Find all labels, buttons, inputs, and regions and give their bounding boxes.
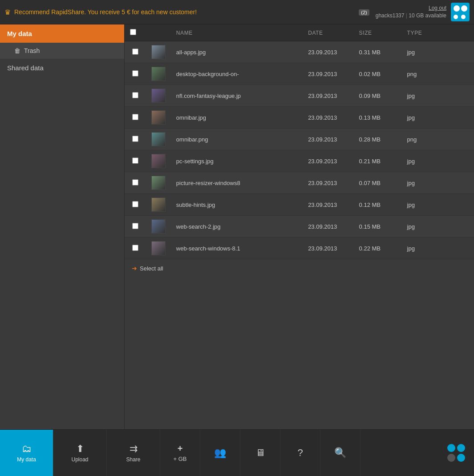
logout-link[interactable]: Log out [429,5,446,11]
row-checkbox-cell [125,129,146,150]
storage-info: 10 GB available [409,12,446,19]
file-checkbox[interactable] [132,157,138,164]
notification-badge[interactable]: (2) [359,9,369,16]
file-type-cell: jpg [402,238,443,259]
shared-data-label: Shared data [7,64,44,72]
main-layout: My data 🗑 Trash Shared data NAME DATE SI… [0,24,474,429]
table-row: web-search-2.jpg23.09.20130.15 MBjpg [125,216,474,238]
upload-toolbar-label: Upload [71,456,88,463]
table-row: subtle-hints.jpg23.09.20130.12 MBjpg [125,194,474,216]
table-row: omnibar.png23.09.20130.28 MBpng [125,129,474,150]
help-icon: ? [297,447,303,459]
file-checkbox[interactable] [132,245,138,251]
select-all-row[interactable]: ➜ Select all [125,259,474,277]
select-all-header-checkbox[interactable] [130,29,136,35]
my-data-button[interactable]: My data [0,24,124,43]
file-type-cell: png [402,63,443,85]
file-actions-cell [443,216,474,238]
table-row: web-search-windows-8.123.09.20130.22 MBj… [125,238,474,259]
table-row: pc-settings.jpg23.09.20130.21 MBjpg [125,150,474,172]
tb-logo-dot-1 [447,444,455,452]
contacts-toolbar-button[interactable]: 👥 [200,430,240,476]
upload-toolbar-button[interactable]: ⬆ Upload [53,430,107,476]
file-name-cell[interactable]: web-search-2.jpg [171,216,303,238]
file-checkbox[interactable] [132,48,138,55]
add-gb-icon: + [178,444,183,454]
file-name-cell[interactable]: picture-resizer-windows8 [171,172,303,194]
file-name-cell[interactable]: all-apps.jpg [171,41,303,63]
th-thumb [146,24,171,41]
file-thumb-cell [146,85,171,107]
file-date-cell: 23.09.2013 [303,150,353,172]
bottom-toolbar: 🗂 My data ⬆ Upload ⇉ Share + + GB 👥 🖥 ? … [0,429,474,476]
table-row: desktop-background-on-23.09.20130.02 MBp… [125,63,474,85]
row-checkbox-cell [125,41,146,63]
file-type-cell: jpg [402,107,443,129]
file-name-cell[interactable]: desktop-background-on- [171,63,303,85]
top-right: (2) Log out ghacks1337 | 10 GB available [359,3,470,21]
file-actions-cell [443,194,474,216]
row-checkbox-cell [125,63,146,85]
file-name-cell[interactable]: omnibar.jpg [171,107,303,129]
th-date: DATE [303,24,353,41]
share-toolbar-label: Share [126,456,140,463]
shared-data-button[interactable]: Shared data [0,59,124,77]
my-data-toolbar-button[interactable]: 🗂 My data [0,430,53,476]
file-actions-cell [443,85,474,107]
file-size-cell: 0.09 MB [354,85,402,107]
file-date-cell: 23.09.2013 [303,107,353,129]
select-all-checkbox-header[interactable] [125,24,146,41]
select-all-arrow-icon: ➜ [132,265,137,272]
file-checkbox[interactable] [132,136,138,142]
file-size-cell: 0.02 MB [354,63,402,85]
trash-item[interactable]: 🗑 Trash [0,43,124,59]
file-date-cell: 23.09.2013 [303,63,353,85]
file-size-cell: 0.13 MB [354,107,402,129]
file-size-cell: 0.28 MB [354,129,402,150]
file-date-cell: 23.09.2013 [303,172,353,194]
file-name-cell[interactable]: omnibar.png [171,129,303,150]
row-checkbox-cell [125,85,146,107]
search-icon: 🔍 [334,447,346,459]
promo-text: Recommend RapidShare. You receive 5 € fo… [14,8,197,16]
file-date-cell: 23.09.2013 [303,216,353,238]
th-size: SIZE [354,24,402,41]
table-row: omnibar.jpg23.09.20130.13 MBjpg [125,107,474,129]
file-checkbox[interactable] [132,201,138,207]
file-thumb-cell [146,41,171,63]
search-toolbar-button[interactable]: 🔍 [320,430,361,476]
file-actions-cell [443,129,474,150]
file-name-cell[interactable]: nfl.com-fantasy-league.jp [171,85,303,107]
logo-dot-1 [454,5,460,12]
file-thumb-cell [146,150,171,172]
logo-dot-3 [454,15,458,19]
crown-icon: ♛ [4,8,11,16]
file-thumb-cell [146,129,171,150]
add-gb-button[interactable]: + + GB [160,430,200,476]
file-checkbox[interactable] [132,70,138,77]
file-checkbox[interactable] [132,179,138,186]
file-name-cell[interactable]: web-search-windows-8.1 [171,238,303,259]
table-row: all-apps.jpg23.09.20130.31 MBjpg [125,41,474,63]
file-checkbox[interactable] [132,92,138,98]
file-checkbox[interactable] [132,114,138,120]
share-toolbar-button[interactable]: ⇉ Share [107,430,160,476]
notification-area: (2) [359,9,371,16]
table-row: picture-resizer-windows823.09.20130.07 M… [125,172,474,194]
th-name: NAME [171,24,303,41]
file-thumb-cell [146,194,171,216]
help-toolbar-button[interactable]: ? [280,430,320,476]
app-logo [451,3,470,21]
file-date-cell: 23.09.2013 [303,238,353,259]
file-name-cell[interactable]: subtle-hints.jpg [171,194,303,216]
select-all-label: Select all [140,265,163,272]
file-table: NAME DATE SIZE TYPE all-apps.jpg23.09.20… [125,24,474,259]
upload-icon: ⬆ [76,443,84,455]
file-name-cell[interactable]: pc-settings.jpg [171,150,303,172]
file-checkbox[interactable] [132,223,138,229]
my-data-toolbar-label: My data [17,456,36,463]
file-thumb-cell [146,107,171,129]
th-type: TYPE [402,24,443,41]
file-size-cell: 0.12 MB [354,194,402,216]
desktop-toolbar-button[interactable]: 🖥 [240,430,280,476]
